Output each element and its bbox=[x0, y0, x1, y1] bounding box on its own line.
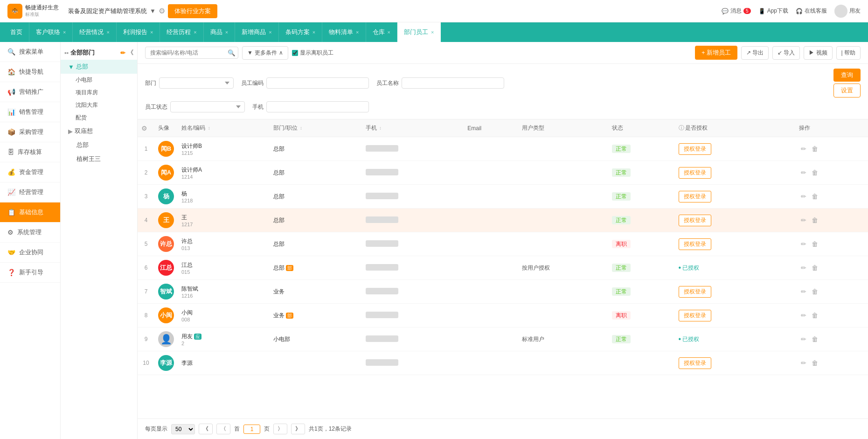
setting-button[interactable]: 设置 bbox=[833, 84, 861, 98]
close-tab-icon[interactable]: × bbox=[388, 29, 390, 35]
help-button[interactable]: | 帮助 bbox=[836, 46, 861, 60]
auth-button[interactable]: 授权登录 bbox=[679, 167, 711, 179]
info-icon[interactable]: ⓘ bbox=[679, 125, 684, 131]
show-resigned-label[interactable]: 显示离职员工 bbox=[292, 49, 333, 57]
nav-item-仓库[interactable]: 仓库× bbox=[366, 22, 397, 42]
dept-sub-item-xiaodian[interactable]: 小电部 bbox=[72, 74, 137, 86]
sort-dept-icon[interactable]: ↕ bbox=[300, 125, 302, 131]
first-page-button[interactable]: 《 bbox=[199, 424, 213, 434]
close-tab-icon[interactable]: × bbox=[269, 29, 271, 35]
settings-icon[interactable]: ⚙ bbox=[159, 7, 165, 15]
close-tab-icon[interactable]: × bbox=[356, 29, 359, 35]
dept-sub-item-project[interactable]: 项目库房 bbox=[72, 86, 137, 99]
auth-button[interactable]: 授权登录 bbox=[679, 215, 711, 226]
gear-icon[interactable]: ⚙ bbox=[141, 125, 147, 132]
export-button[interactable]: ↗ 导出 bbox=[741, 46, 769, 60]
prev-page-button[interactable]: 〈 bbox=[216, 424, 230, 434]
last-page-button[interactable]: 》 bbox=[291, 424, 305, 434]
edit-button[interactable]: ✏ bbox=[799, 239, 808, 249]
edit-button[interactable]: ✏ bbox=[799, 334, 808, 344]
close-tab-icon[interactable]: × bbox=[150, 29, 153, 35]
nav-item-利润报告[interactable]: 利润报告× bbox=[117, 22, 160, 42]
next-page-button[interactable]: 〉 bbox=[273, 424, 287, 434]
left-nav-经营管理[interactable]: 📈经营管理 bbox=[0, 182, 60, 202]
left-nav-系统管理[interactable]: ⚙系统管理 bbox=[0, 223, 60, 243]
dept-select[interactable] bbox=[159, 77, 234, 89]
left-nav-营销推广[interactable]: 📢营销推广 bbox=[0, 82, 60, 102]
nav-item-条码方案[interactable]: 条码方案× bbox=[279, 22, 322, 42]
nav-item-部门员工[interactable]: 部门员工× bbox=[397, 22, 441, 42]
dept-item-shuangmiao[interactable]: ▶ 双庙想 bbox=[61, 124, 137, 138]
auth-button[interactable]: 授权登录 bbox=[679, 286, 711, 298]
sort-name-icon[interactable]: ↕ bbox=[208, 125, 210, 131]
left-nav-快捷导航[interactable]: 🏠快捷导航 bbox=[0, 62, 60, 82]
more-filter-button[interactable]: ▼ 更多条件 ∧ bbox=[242, 46, 288, 60]
nav-item-经营情况[interactable]: 经营情况× bbox=[73, 22, 116, 42]
collapse-icon[interactable]: 《 bbox=[127, 49, 133, 57]
app-download-action[interactable]: 📱 App下载 bbox=[758, 7, 788, 15]
nav-item-客户联络[interactable]: 客户联络× bbox=[29, 22, 73, 42]
delete-button[interactable]: 🗑 bbox=[810, 239, 820, 249]
left-nav-新手引导[interactable]: ❓新手引导 bbox=[0, 263, 60, 283]
delete-button[interactable]: 🗑 bbox=[810, 168, 820, 177]
user-area[interactable]: 用友 bbox=[834, 5, 861, 18]
delete-button[interactable]: 🗑 bbox=[810, 216, 820, 225]
delete-button[interactable]: 🗑 bbox=[810, 192, 820, 201]
left-nav-采购管理[interactable]: 📦采购管理 bbox=[0, 122, 60, 142]
nav-item-物料清单[interactable]: 物料清单× bbox=[322, 22, 366, 42]
dept-item-zhishu[interactable]: 植树王三 bbox=[61, 152, 137, 166]
close-tab-icon[interactable]: × bbox=[225, 29, 228, 35]
left-nav-销售管理[interactable]: 📊销售管理 bbox=[0, 102, 60, 122]
add-employee-button[interactable]: + 新增员工 bbox=[695, 46, 737, 60]
delete-button[interactable]: 🗑 bbox=[810, 311, 820, 320]
dept-item-headquarters[interactable]: ▼ 总部 bbox=[61, 60, 137, 74]
edit-button[interactable]: ✏ bbox=[799, 168, 808, 177]
close-tab-icon[interactable]: × bbox=[194, 29, 196, 35]
edit-button[interactable]: ✏ bbox=[799, 144, 808, 153]
left-nav-搜索菜单[interactable]: 🔍搜索菜单 bbox=[0, 42, 60, 62]
dept-item-zongbu[interactable]: 总部 bbox=[61, 138, 137, 152]
left-nav-企业协同[interactable]: 🤝企业协同 bbox=[0, 243, 60, 263]
dept-sub-item-shenyang[interactable]: 沈阳大库 bbox=[72, 99, 137, 111]
left-nav-资金管理[interactable]: 💰资金管理 bbox=[0, 162, 60, 182]
view-button[interactable]: ▶ 视频 bbox=[804, 46, 832, 60]
show-resigned-checkbox[interactable] bbox=[292, 50, 298, 56]
trial-button[interactable]: 体验行业方案 bbox=[168, 4, 217, 18]
edit-button[interactable]: ✏ bbox=[799, 311, 808, 320]
close-tab-icon[interactable]: × bbox=[312, 29, 315, 35]
edit-button[interactable]: ✏ bbox=[799, 287, 808, 296]
edit-button[interactable]: ✏ bbox=[799, 358, 808, 368]
close-tab-icon[interactable]: × bbox=[106, 29, 109, 35]
edit-button[interactable]: ✏ bbox=[799, 216, 808, 225]
auth-button[interactable]: 授权登录 bbox=[679, 357, 711, 369]
search-button[interactable]: 🔍 bbox=[228, 49, 236, 56]
status-select[interactable] bbox=[170, 101, 245, 112]
auth-button[interactable]: 授权登录 bbox=[679, 238, 711, 250]
query-button[interactable]: 查询 bbox=[833, 69, 861, 82]
messages-action[interactable]: 💬 消息 5 bbox=[722, 7, 751, 15]
employee-name-input[interactable] bbox=[402, 77, 504, 89]
auth-button[interactable]: 授权登录 bbox=[679, 310, 711, 321]
search-input[interactable] bbox=[145, 47, 238, 59]
left-nav-库存核算[interactable]: 🗄库存核算 bbox=[0, 142, 60, 162]
left-nav-基础信息[interactable]: 📋基础信息 bbox=[0, 202, 60, 223]
edit-button[interactable]: ✏ bbox=[799, 263, 808, 272]
auth-button[interactable]: 授权登录 bbox=[679, 191, 711, 202]
page-size-select[interactable]: 50 100 bbox=[171, 424, 195, 434]
nav-item-首页[interactable]: 首页 bbox=[4, 22, 29, 42]
page-input[interactable] bbox=[243, 425, 260, 434]
nav-item-商品[interactable]: 商品× bbox=[204, 22, 235, 42]
employee-code-input[interactable] bbox=[266, 77, 369, 89]
import-button[interactable]: ↙ 导入 bbox=[772, 46, 800, 60]
close-tab-icon[interactable]: × bbox=[431, 29, 434, 35]
delete-button[interactable]: 🗑 bbox=[810, 263, 820, 272]
system-title-dropdown[interactable]: ▼ bbox=[150, 7, 156, 14]
sort-phone-icon[interactable]: ↕ bbox=[379, 125, 382, 131]
delete-button[interactable]: 🗑 bbox=[810, 287, 820, 296]
close-tab-icon[interactable]: × bbox=[63, 29, 66, 35]
dept-sub-item-peihuo[interactable]: 配货 bbox=[72, 111, 137, 124]
nav-item-新增商品[interactable]: 新增商品× bbox=[235, 22, 278, 42]
phone-input[interactable] bbox=[266, 101, 369, 112]
edit-dept-icon[interactable]: ✏ bbox=[120, 49, 125, 56]
online-service-action[interactable]: 🎧 在线客服 bbox=[796, 7, 827, 15]
